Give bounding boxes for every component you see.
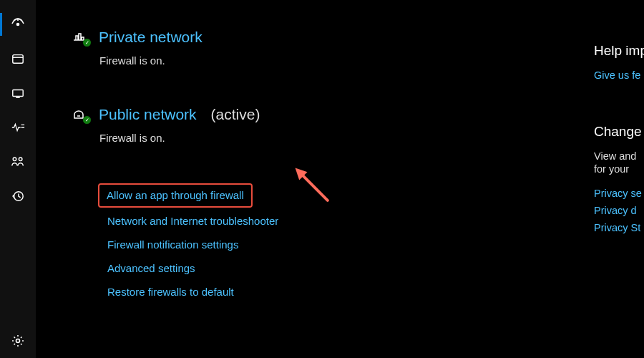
privacy-dashboard-link[interactable]: Privacy d [594, 205, 644, 216]
sidebar [0, 0, 36, 358]
private-network-icon [72, 30, 89, 44]
main-content: Private network Firewall is on. Public n… [36, 0, 587, 358]
private-network-link[interactable]: Private network [99, 29, 203, 46]
allow-app-link[interactable]: Allow an app through firewall [107, 189, 244, 201]
right-column: Help imp Give us fe Change y View and fo… [594, 0, 644, 358]
change-heading: Change y [594, 124, 644, 140]
private-network-status: Firewall is on. [99, 54, 587, 67]
public-network-link[interactable]: Public network [99, 106, 197, 123]
help-heading: Help imp [594, 43, 644, 59]
firewall-links: Allow an app through firewall Network an… [72, 183, 587, 304]
notification-settings-link[interactable]: Firewall notification settings [107, 233, 587, 256]
public-network-status: Firewall is on. [99, 132, 587, 144]
troubleshooter-link[interactable]: Network and Internet troubleshooter [107, 209, 587, 233]
check-badge-icon [83, 116, 91, 124]
nav-device-icon[interactable] [0, 76, 36, 110]
private-network-section: Private network Firewall is on. [72, 29, 587, 67]
nav-history-icon[interactable] [0, 179, 36, 213]
nav-family-icon[interactable] [0, 145, 36, 179]
svg-point-5 [13, 158, 16, 161]
change-text: for your [594, 163, 644, 175]
allow-app-highlight: Allow an app through firewall [98, 183, 253, 208]
nav-performance-icon[interactable] [0, 110, 36, 145]
public-network-section: Public network (active) Firewall is on. [72, 106, 587, 144]
nav-firewall-icon[interactable] [0, 7, 36, 42]
svg-point-6 [19, 158, 22, 161]
check-badge-icon [83, 39, 91, 47]
public-network-icon [72, 107, 89, 122]
svg-rect-3 [13, 90, 23, 97]
restore-defaults-link[interactable]: Restore firewalls to default [107, 280, 587, 304]
privacy-settings-link[interactable]: Privacy se [594, 188, 644, 199]
svg-rect-1 [13, 55, 23, 64]
nav-app-browser-icon[interactable] [0, 42, 36, 76]
give-feedback-link[interactable]: Give us fe [594, 69, 644, 81]
privacy-statement-link[interactable]: Privacy St [594, 222, 644, 233]
public-network-active-label: (active) [211, 106, 260, 123]
change-text: View and [594, 150, 644, 162]
svg-point-8 [16, 339, 20, 343]
nav-settings-icon[interactable] [0, 324, 36, 358]
advanced-settings-link[interactable]: Advanced settings [107, 256, 587, 280]
svg-point-0 [17, 24, 19, 26]
